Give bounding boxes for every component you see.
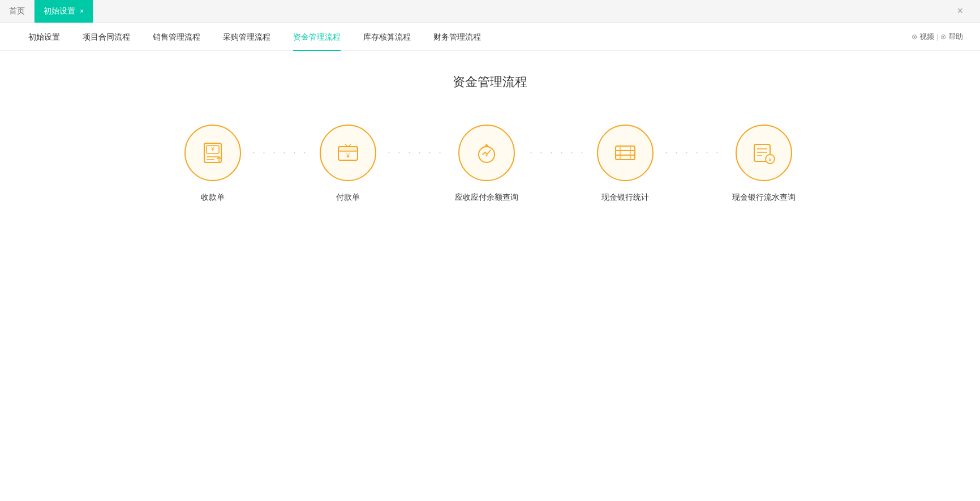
cash-bank-icon <box>611 139 639 167</box>
active-tab-close-icon[interactable]: × <box>80 7 84 15</box>
svg-text:¥: ¥ <box>768 157 772 162</box>
page-title: 资金管理流程 <box>34 74 946 91</box>
flow-item-receipts[interactable]: ¥ 收款单 <box>184 125 241 203</box>
flow-dots-2: · · · · · · <box>376 147 455 181</box>
flow-dots-1: · · · · · · <box>241 147 320 181</box>
window-close-button[interactable]: × <box>951 5 969 17</box>
active-tab-label: 初始设置 <box>44 6 75 16</box>
video-link[interactable]: ⊙ 视频 <box>912 32 934 42</box>
nav-item-project[interactable]: 项目合同流程 <box>71 23 141 51</box>
nav-right-actions: ⊙ 视频 | ⊙ 帮助 <box>912 32 963 42</box>
nav-bar: 初始设置 项目合同流程 销售管理流程 采购管理流程 资金管理流程 库存核算流程 … <box>0 23 980 51</box>
nav-divider: | <box>936 32 938 41</box>
receipts-icon: ¥ <box>199 139 227 167</box>
svg-rect-12 <box>616 146 635 160</box>
balance-icon-circle: ¥ <box>458 125 515 181</box>
top-bar-right: × <box>940 5 980 17</box>
home-tab-label: 首页 <box>9 6 25 16</box>
nav-item-sales[interactable]: 销售管理流程 <box>141 23 212 51</box>
flow-item-cash-bank[interactable]: 现金银行统计 <box>597 125 654 203</box>
home-tab[interactable]: 首页 <box>0 0 35 23</box>
top-bar: 首页 初始设置 × × <box>0 0 980 23</box>
svg-text:¥: ¥ <box>210 146 214 152</box>
cash-flow-icon: ¥ <box>750 139 778 167</box>
flow-dots-3: · · · · · · <box>518 147 597 181</box>
cash-flow-icon-circle: ¥ <box>736 125 792 181</box>
flow-item-payment[interactable]: ¥ 付款单 <box>320 125 376 203</box>
nav-item-finance[interactable]: 财务管理流程 <box>422 23 492 51</box>
payment-icon: ¥ <box>334 139 362 167</box>
nav-item-init[interactable]: 初始设置 <box>17 23 71 51</box>
main-content: 资金管理流程 ¥ 收款单 · · · · · · <box>0 51 980 225</box>
payment-label: 付款单 <box>336 192 360 203</box>
svg-text:¥: ¥ <box>485 153 488 158</box>
cash-bank-icon-circle <box>597 125 654 181</box>
svg-text:¥: ¥ <box>346 152 350 159</box>
nav-item-purchase[interactable]: 采购管理流程 <box>212 23 282 51</box>
flow-container: ¥ 收款单 · · · · · · ¥ <box>34 125 946 203</box>
cash-flow-label: 现金银行流水查询 <box>732 192 796 203</box>
flow-item-cash-flow[interactable]: ¥ 现金银行流水查询 <box>732 125 796 203</box>
help-link[interactable]: ⊙ 帮助 <box>940 32 963 42</box>
active-tab[interactable]: 初始设置 × <box>35 0 93 23</box>
flow-item-balance[interactable]: ¥ 应收应付余额查询 <box>455 125 518 203</box>
receipts-icon-circle: ¥ <box>184 125 241 181</box>
nav-item-fund[interactable]: 资金管理流程 <box>282 23 352 51</box>
svg-rect-7 <box>338 147 358 151</box>
flow-dots-4: · · · · · · <box>654 147 732 181</box>
receipts-label: 收款单 <box>201 192 225 203</box>
cash-bank-label: 现金银行统计 <box>601 192 649 203</box>
payment-icon-circle: ¥ <box>320 125 376 181</box>
nav-item-inventory[interactable]: 库存核算流程 <box>352 23 422 51</box>
balance-icon: ¥ <box>472 139 501 167</box>
balance-label: 应收应付余额查询 <box>455 192 518 203</box>
